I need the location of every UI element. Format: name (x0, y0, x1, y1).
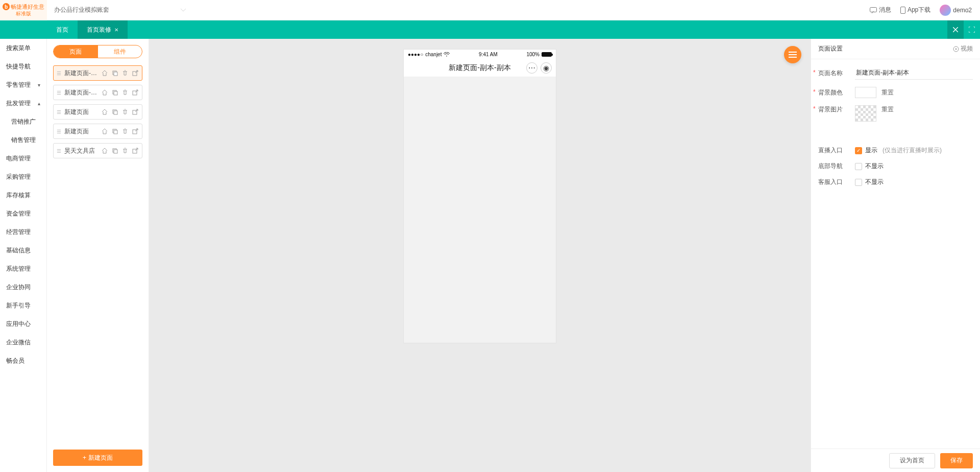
sidebar-item-retail[interactable]: 零售管理▾ (0, 76, 46, 94)
nav-checkbox[interactable]: 不显示 (855, 162, 884, 171)
messages-button[interactable]: 消息 (870, 6, 891, 14)
live-label: 直播入口 (818, 146, 850, 155)
logo[interactable]: b 畅捷通好生意 标准版 (0, 0, 47, 20)
main: 搜索菜单 快捷导航 零售管理▾ 批发管理▴ 营销推广 销售管理 电商管理 采购管… (0, 39, 980, 472)
drag-handle-icon[interactable]: ☰ (57, 150, 61, 152)
sidebar-item-quicknav[interactable]: 快捷导航 (0, 57, 46, 76)
sidebar: 搜索菜单 快捷导航 零售管理▾ 批发管理▴ 营销推广 销售管理 电商管理 采购管… (0, 39, 47, 472)
segmented-control: 页面 组件 (53, 45, 142, 58)
drag-handle-icon[interactable]: ☰ (57, 111, 61, 113)
bgcolor-reset[interactable]: 重置 (881, 88, 894, 97)
user-menu[interactable]: demo2 (940, 5, 972, 16)
sidebar-item-collab[interactable]: 企业协同 (0, 278, 46, 296)
page-item[interactable]: ☰ 新建页面 (53, 124, 142, 139)
delete-icon[interactable] (121, 147, 129, 154)
bgimg-label: 背景图片 (818, 105, 850, 114)
bgimg-picker[interactable] (855, 105, 876, 122)
settings-panel: 页面设置 视频 页面名称 背景颜色 重置 背景图片 (811, 39, 980, 472)
drag-handle-icon[interactable]: ☰ (57, 131, 61, 132)
share-icon[interactable] (132, 108, 139, 115)
sidebar-item-sales[interactable]: 销售管理 (0, 131, 46, 149)
caret-down-icon: ▾ (38, 82, 40, 88)
copy-icon[interactable] (111, 147, 118, 154)
svg-rect-0 (870, 7, 876, 12)
sidebar-item-inventory[interactable]: 库存核算 (0, 186, 46, 204)
seg-component[interactable]: 组件 (98, 45, 142, 58)
messages-label: 消息 (879, 6, 891, 14)
miniapp-close-icon[interactable]: ◉ (541, 62, 552, 74)
copy-icon[interactable] (111, 108, 118, 115)
delete-icon[interactable] (121, 128, 129, 135)
share-icon[interactable] (132, 128, 139, 135)
miniapp-more-icon[interactable]: ⋯ (526, 62, 537, 74)
delete-icon[interactable] (121, 89, 129, 96)
tab-home[interactable]: 首页 (47, 20, 78, 39)
signal-icon: ●●●●○ (408, 52, 423, 57)
sidebar-item-baseinfo[interactable]: 基础信息 (0, 241, 46, 259)
new-page-button[interactable]: + 新建页面 (53, 450, 142, 466)
sidebar-item-funds[interactable]: 资金管理 (0, 204, 46, 223)
sidebar-item-operation[interactable]: 经营管理 (0, 223, 46, 241)
brand-name: 畅捷通好生意 (11, 3, 44, 11)
settings-title: 页面设置 (818, 44, 843, 53)
close-icon[interactable]: ✕ (114, 27, 118, 33)
sidebar-item-member[interactable]: 畅会员 (0, 351, 46, 370)
copy-icon[interactable] (111, 69, 118, 77)
component-drawer-toggle[interactable] (784, 46, 801, 63)
page-item[interactable]: ☰ 新建页面 (53, 104, 142, 120)
sidebar-item-appcenter[interactable]: 应用中心 (0, 315, 46, 333)
caret-up-icon: ▴ (38, 101, 40, 106)
sidebar-item-wework[interactable]: 企业微信 (0, 333, 46, 351)
svg-rect-12 (114, 130, 117, 134)
bgcolor-swatch[interactable] (855, 87, 876, 98)
delete-icon[interactable] (121, 69, 129, 77)
home-icon[interactable] (101, 147, 108, 154)
sidebar-item-marketing[interactable]: 营销推广 (0, 112, 46, 131)
phone-body[interactable] (404, 77, 556, 343)
home-icon[interactable] (101, 108, 108, 115)
page-item[interactable]: ☰ 新建页面-副本-... (53, 65, 142, 81)
share-icon[interactable] (132, 69, 139, 77)
checkbox-icon (855, 179, 862, 186)
page-item-name: 新建页面 (64, 108, 98, 116)
app-download-label: App下载 (908, 6, 930, 14)
set-home-button[interactable]: 设为首页 (889, 453, 935, 468)
phone-preview: ●●●●○ chanjet 9:41 AM 100% 新建页面-副本-副本 ⋯ … (403, 49, 556, 343)
drag-handle-icon[interactable]: ☰ (57, 92, 61, 93)
tab-decorate[interactable]: 首页装修 ✕ (78, 20, 128, 39)
app-download-button[interactable]: App下载 (900, 6, 930, 14)
user-name: demo2 (953, 7, 972, 14)
page-item[interactable]: ☰ 新建页面-副本 (53, 85, 142, 100)
tabstrip-close-all[interactable] (947, 20, 964, 39)
cs-checkbox[interactable]: 不显示 (855, 178, 884, 186)
account-selector[interactable]: 办公品行业模拟账套 (54, 6, 186, 14)
page-list-panel: 页面 组件 ☰ 新建页面-副本-... ☰ 新建页面-副本 (47, 39, 149, 472)
bgcolor-label: 背景颜色 (818, 88, 850, 97)
bgimg-reset[interactable]: 重置 (881, 105, 894, 114)
live-checkbox[interactable]: ✓ 显示 (855, 146, 877, 155)
delete-icon[interactable] (121, 108, 129, 115)
seg-page[interactable]: 页面 (54, 45, 98, 58)
home-icon[interactable] (101, 128, 108, 135)
video-help-button[interactable]: 视频 (953, 44, 973, 53)
page-name-input[interactable] (855, 66, 973, 80)
sidebar-item-ecommerce[interactable]: 电商管理 (0, 149, 46, 168)
share-icon[interactable] (132, 147, 139, 154)
home-icon[interactable] (101, 89, 108, 96)
sidebar-item-wholesale[interactable]: 批发管理▴ (0, 94, 46, 112)
tabstrip-fullscreen[interactable] (964, 20, 980, 39)
copy-icon[interactable] (111, 128, 118, 135)
page-item[interactable]: ☰ 昊天文具店 (53, 143, 142, 158)
home-icon[interactable] (101, 69, 108, 77)
sidebar-item-system[interactable]: 系统管理 (0, 259, 46, 278)
copy-icon[interactable] (111, 89, 118, 96)
sidebar-item-search[interactable]: 搜索菜单 (0, 39, 46, 57)
sidebar-item-guide[interactable]: 新手引导 (0, 296, 46, 315)
wifi-icon (444, 52, 450, 57)
share-icon[interactable] (132, 89, 139, 96)
drag-handle-icon[interactable]: ☰ (57, 73, 61, 74)
save-button[interactable]: 保存 (940, 453, 973, 468)
sidebar-item-purchase[interactable]: 采购管理 (0, 168, 46, 186)
page-list: ☰ 新建页面-副本-... ☰ 新建页面-副本 ☰ (53, 65, 142, 158)
live-hint: (仅当进行直播时展示) (883, 146, 942, 155)
